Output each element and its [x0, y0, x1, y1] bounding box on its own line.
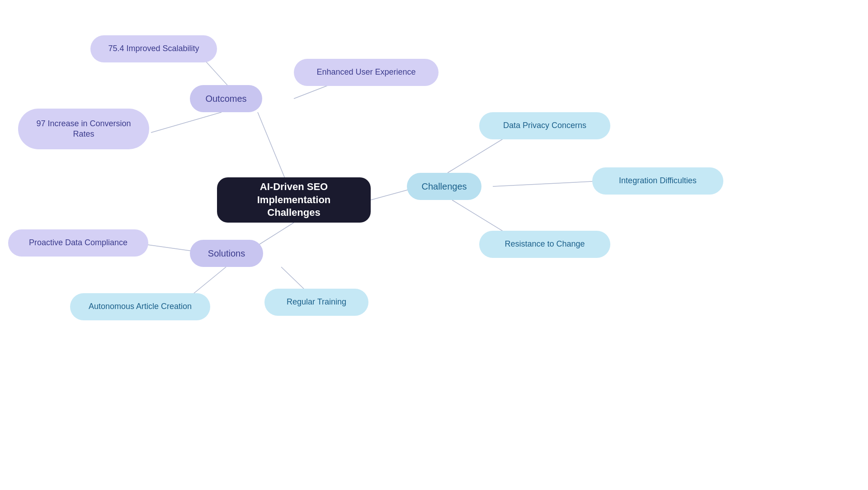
integration-label: Integration Difficulties — [619, 176, 697, 186]
proactive-node: Proactive Data Compliance — [8, 229, 148, 257]
article-label: Autonomous Article Creation — [89, 301, 192, 312]
data-privacy-node: Data Privacy Concerns — [479, 112, 610, 139]
integration-node: Integration Difficulties — [592, 167, 723, 195]
resistance-node: Resistance to Change — [479, 231, 610, 258]
article-node: Autonomous Article Creation — [70, 293, 210, 320]
challenges-label: Challenges — [421, 181, 467, 192]
user-experience-label: Enhanced User Experience — [316, 67, 415, 77]
user-experience-node: Enhanced User Experience — [294, 59, 439, 86]
proactive-label: Proactive Data Compliance — [29, 238, 127, 248]
training-label: Regular Training — [287, 297, 346, 307]
svg-line-7 — [493, 181, 601, 186]
resistance-label: Resistance to Change — [505, 239, 585, 249]
conversion-node: 97 Increase in Conversion Rates — [18, 109, 149, 149]
center-label: AI-Driven SEO Implementation Challenges — [230, 181, 358, 219]
conversion-label: 97 Increase in Conversion Rates — [31, 119, 137, 140]
data-privacy-label: Data Privacy Concerns — [503, 120, 586, 131]
outcomes-node: Outcomes — [190, 85, 262, 112]
center-node: AI-Driven SEO Implementation Challenges — [217, 177, 371, 223]
outcomes-label: Outcomes — [205, 93, 246, 105]
training-node: Regular Training — [264, 289, 368, 316]
svg-line-4 — [151, 112, 222, 133]
scalability-node: 75.4 Improved Scalability — [90, 35, 217, 62]
solutions-node: Solutions — [190, 240, 263, 267]
scalability-label: 75.4 Improved Scalability — [108, 43, 199, 54]
solutions-label: Solutions — [208, 247, 245, 259]
challenges-node: Challenges — [407, 173, 481, 200]
